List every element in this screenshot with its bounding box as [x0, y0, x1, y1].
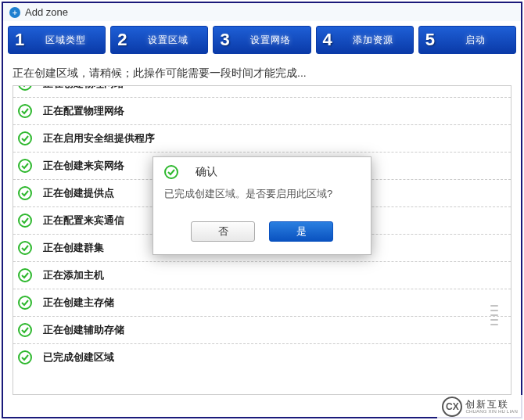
list-item: 已完成创建区域	[13, 343, 511, 371]
check-icon	[18, 186, 32, 200]
list-item: 正在创建来宾网络	[13, 152, 511, 179]
list-item: 正在创建辅助存储	[13, 316, 511, 343]
check-icon	[18, 104, 32, 118]
check-icon	[18, 159, 32, 173]
wizard-step-1[interactable]: 1 区域类型	[8, 26, 106, 54]
scroll-grip[interactable]	[490, 305, 498, 325]
watermark-en: CHUANG XIN HU LIAN	[465, 409, 518, 414]
check-icon	[18, 323, 32, 337]
list-item: 正在创建群集	[13, 234, 511, 261]
watermark-cn: 创新互联	[465, 400, 518, 409]
status-message: 正在创建区域，请稍候；此操作可能需要一段时间才能完成...	[3, 59, 521, 85]
watermark-logo-icon: CX	[442, 397, 462, 417]
list-item: 正在添加主机	[13, 261, 511, 289]
wizard-step-3[interactable]: 3 设置网络	[213, 26, 310, 54]
watermark: CX 创新互联 CHUANG XIN HU LIAN	[437, 395, 522, 418]
list-item: 正在配置物理网络	[13, 97, 511, 124]
list-item: 正在创建提供点	[13, 179, 511, 206]
list-item: 正在创建主存储	[13, 289, 511, 316]
header-bar: + Add zone	[3, 3, 521, 21]
check-icon	[18, 85, 32, 91]
wizard-step-5[interactable]: 5 启动	[418, 26, 516, 54]
check-icon	[18, 214, 32, 228]
main-window: + Add zone 1 区域类型 2 设置区域 3 设置网络 4 添加资源 5…	[2, 2, 522, 418]
list-item: 正在创建物理网络	[13, 85, 511, 97]
wizard-step-2[interactable]: 2 设置区域	[110, 26, 208, 54]
list-item: 正在启用安全组提供程序	[13, 124, 511, 152]
check-icon	[18, 131, 32, 145]
wizard-steps: 1 区域类型 2 设置区域 3 设置网络 4 添加资源 5 启动	[3, 21, 521, 59]
check-icon	[18, 268, 32, 282]
wizard-step-4[interactable]: 4 添加资源	[316, 26, 414, 54]
check-icon	[18, 241, 32, 255]
list-item: 正在配置来宾通信	[13, 206, 511, 234]
progress-list: 正在创建物理网络 正在配置物理网络 正在启用安全组提供程序 正在创建来宾网络 正…	[13, 85, 511, 371]
add-icon: +	[9, 7, 20, 18]
check-icon	[18, 296, 32, 310]
check-icon	[18, 350, 32, 364]
header-title: Add zone	[25, 6, 68, 18]
progress-panel[interactable]: 正在创建物理网络 正在配置物理网络 正在启用安全组提供程序 正在创建来宾网络 正…	[13, 85, 511, 395]
